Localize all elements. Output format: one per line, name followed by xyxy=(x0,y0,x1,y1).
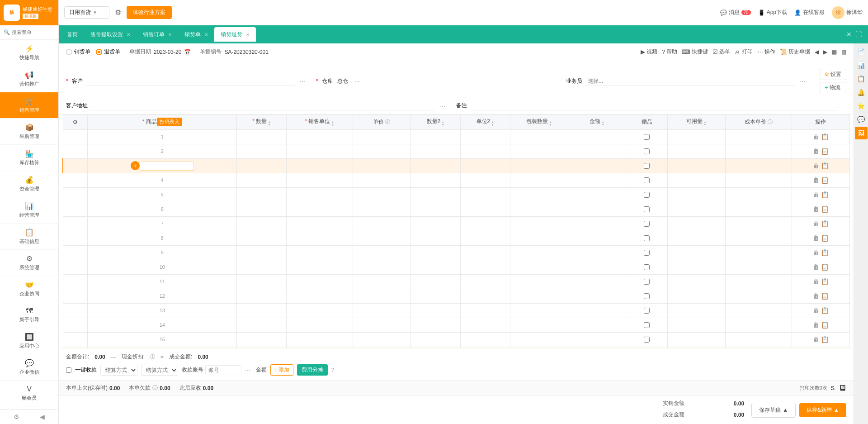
tab-close-3[interactable]: ✕ xyxy=(204,32,208,37)
amt-cell-5[interactable] xyxy=(568,187,626,202)
av-cell-2[interactable] xyxy=(667,144,725,158)
u2-cell-11[interactable] xyxy=(460,274,510,289)
rt-tool-3[interactable]: 🔔 xyxy=(855,86,868,99)
tabs-close-btn[interactable]: ✕ xyxy=(845,30,853,39)
cp-cell-12[interactable] xyxy=(726,289,792,303)
gift-checkbox-2[interactable] xyxy=(644,148,650,154)
sidebar-search[interactable]: 🔍 搜索菜单 xyxy=(0,25,58,40)
tabs-expand-btn[interactable]: ⛶ xyxy=(854,30,863,39)
up-cell-7[interactable] xyxy=(353,216,410,231)
q2-cell-11[interactable] xyxy=(410,274,460,289)
su-cell-12[interactable] xyxy=(287,289,353,303)
delete-btn-3[interactable]: 🗑 xyxy=(813,162,819,169)
q2-cell-13[interactable] xyxy=(410,303,460,318)
sidebar-item-system[interactable]: ⚙系统管理 xyxy=(0,250,58,276)
sidebar-item-wechat[interactable]: 💬企业微信 xyxy=(0,354,58,381)
amt-cell-11[interactable] xyxy=(568,274,626,289)
pq-cell-4[interactable] xyxy=(510,173,568,187)
qty-cell-4[interactable] xyxy=(237,173,287,187)
product-cell-7[interactable]: 7 xyxy=(88,216,237,231)
cp-cell-7[interactable] xyxy=(726,216,792,231)
fee-split-button[interactable]: 费用分摊 xyxy=(297,364,328,376)
rt-tool-6[interactable]: 🖼 xyxy=(855,127,868,139)
q2-cell-1[interactable] xyxy=(410,129,460,144)
su-cell-4[interactable] xyxy=(287,173,353,187)
remark-input[interactable] xyxy=(470,101,837,110)
sidebar-collapse-btn[interactable]: ◀ xyxy=(40,413,45,420)
copy-btn-11[interactable]: 📋 xyxy=(821,278,829,285)
qty-cell-1[interactable] xyxy=(237,129,287,144)
amt-cell-4[interactable] xyxy=(568,173,626,187)
scan-button[interactable]: 扫码录入 xyxy=(157,118,182,126)
copy-btn-3[interactable]: 📋 xyxy=(821,162,829,169)
up-cell-8[interactable] xyxy=(353,231,410,245)
gift-checkbox-7[interactable] xyxy=(644,221,650,227)
radio-sales[interactable]: 销货单 xyxy=(66,48,90,56)
pq-cell-1[interactable] xyxy=(510,129,568,144)
sidebar-item-guide[interactable]: 🗺新手引导 xyxy=(0,302,58,328)
gift-checkbox-13[interactable] xyxy=(644,308,650,314)
u2-cell-4[interactable] xyxy=(460,173,510,187)
u2-cell-1[interactable] xyxy=(460,129,510,144)
delete-btn-9[interactable]: 🗑 xyxy=(813,249,819,256)
amt-cell-6[interactable] xyxy=(568,202,626,216)
u2-cell-2[interactable] xyxy=(460,144,510,158)
tab-close-2[interactable]: ✕ xyxy=(168,32,172,37)
av-cell-3[interactable] xyxy=(667,158,725,173)
qty-cell-6[interactable] xyxy=(237,202,287,216)
delete-btn-2[interactable]: 🗑 xyxy=(813,148,819,155)
av-cell-7[interactable] xyxy=(667,216,725,231)
logistics-btn[interactable]: + 物流 xyxy=(820,82,846,93)
sidebar-item-shortcut[interactable]: ⚡快捷导航 xyxy=(0,40,58,66)
av-cell-14[interactable] xyxy=(667,318,725,332)
cp-cell-4[interactable] xyxy=(726,173,792,187)
cp-cell-6[interactable] xyxy=(726,202,792,216)
pq-cell-11[interactable] xyxy=(510,274,568,289)
qty-cell-11[interactable] xyxy=(237,274,287,289)
up-cell-1[interactable] xyxy=(353,129,410,144)
pq-cell-13[interactable] xyxy=(510,303,568,318)
trial-button[interactable]: 体验行业方案 xyxy=(127,6,172,19)
amt-cell-8[interactable] xyxy=(568,231,626,245)
amt-cell-12[interactable] xyxy=(568,289,626,303)
account-input[interactable] xyxy=(205,365,241,375)
u2-cell-10[interactable] xyxy=(460,260,510,274)
qty-cell-2[interactable] xyxy=(237,144,287,158)
tab-1[interactable]: 售价提取设置✕ xyxy=(84,27,137,42)
amt-cell-13[interactable] xyxy=(568,303,626,318)
pq-cell-15[interactable] xyxy=(510,332,568,347)
cp-cell-14[interactable] xyxy=(726,318,792,332)
product-cell-3[interactable]: + xyxy=(88,158,237,173)
add-button[interactable]: + 添加 xyxy=(270,364,293,376)
gift-checkbox-11[interactable] xyxy=(644,279,650,285)
amt-cell-9[interactable] xyxy=(568,245,626,260)
radio-return[interactable]: 退货单 xyxy=(96,48,120,56)
cp-cell-13[interactable] xyxy=(726,303,792,318)
amt-cell-14[interactable] xyxy=(568,318,626,332)
u2-cell-12[interactable] xyxy=(460,289,510,303)
qty-cell-3[interactable] xyxy=(237,158,287,173)
product-cell-6[interactable]: 6 xyxy=(88,202,237,216)
copy-btn-8[interactable]: 📋 xyxy=(821,234,829,242)
q2-cell-9[interactable] xyxy=(410,245,460,260)
su-cell-2[interactable] xyxy=(287,144,353,158)
u2-cell-9[interactable] xyxy=(460,245,510,260)
q2-cell-3[interactable] xyxy=(410,158,460,173)
copy-btn-4[interactable]: 📋 xyxy=(821,176,829,184)
delete-btn-13[interactable]: 🗑 xyxy=(813,307,819,314)
u2-cell-3[interactable] xyxy=(460,158,510,173)
online-service-item[interactable]: 👤 在线客服 xyxy=(794,9,825,16)
rt-tool-0[interactable]: 📄 xyxy=(855,45,868,58)
pq-cell-12[interactable] xyxy=(510,289,568,303)
qty-cell-8[interactable] xyxy=(237,231,287,245)
gift-checkbox-3[interactable] xyxy=(644,163,650,169)
gift-checkbox-1[interactable] xyxy=(644,134,650,140)
sidebar-settings-btn[interactable]: ⚙ xyxy=(14,413,19,420)
toolbar-history[interactable]: 📜历史单据 xyxy=(780,48,810,56)
cp-cell-3[interactable] xyxy=(726,158,792,173)
toolbar-grid2[interactable]: ▤ xyxy=(841,49,846,55)
copy-btn-7[interactable]: 📋 xyxy=(821,220,829,227)
pq-cell-5[interactable] xyxy=(510,187,568,202)
u2-cell-13[interactable] xyxy=(460,303,510,318)
up-cell-13[interactable] xyxy=(353,303,410,318)
